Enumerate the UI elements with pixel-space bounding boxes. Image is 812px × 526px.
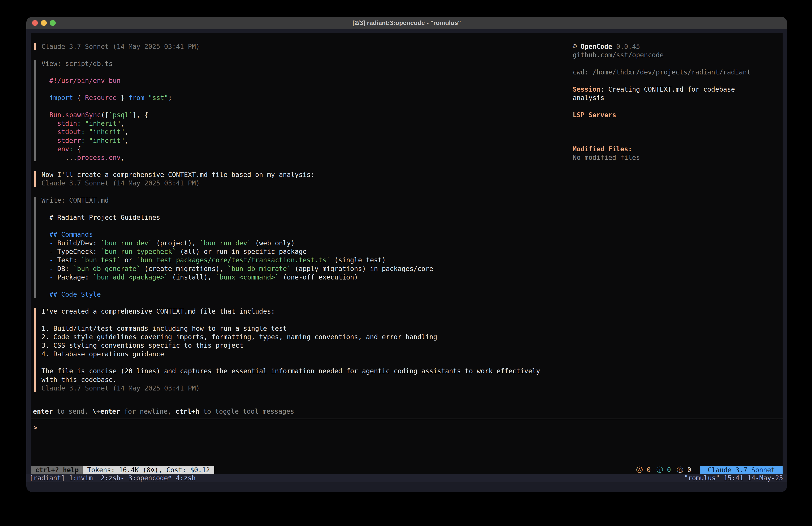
status-right: ⓦ 0ⓘ 0ⓗ 0 Claude 3.7 Sonnet xyxy=(636,466,783,474)
titlebar[interactable]: [2/3] radiant:3:opencode - "romulus" xyxy=(26,17,787,29)
traffic-lights xyxy=(32,17,56,29)
chat-block: Now I'll create a comprehensive CONTEXT.… xyxy=(34,171,780,188)
window-title: [2/3] radiant:3:opencode - "romulus" xyxy=(352,19,461,27)
input-divider xyxy=(31,418,783,419)
zoom-button[interactable] xyxy=(50,20,56,26)
status-bar: ctrl+? help Tokens: 16.4K (8%), Cost: $0… xyxy=(31,466,783,474)
help-chip: ctrl+? help xyxy=(31,466,83,474)
terminal-window: [2/3] radiant:3:opencode - "romulus" Cla… xyxy=(26,17,787,492)
tmux-session-info: "romulus" 15:41 14-May-25 xyxy=(684,474,783,482)
input-help: enter to send, \+enter for newline, ctrl… xyxy=(33,407,294,416)
tmux-window-list[interactable]: [radiant] 1:nvim 2:zsh- 3:opencode* 4:zs… xyxy=(29,474,195,482)
minimize-button[interactable] xyxy=(41,20,47,26)
session-sidebar: © OpenCode 0.0.45 github.com/sst/opencod… xyxy=(573,42,780,162)
diagnostics-warning-indicator: ⓦ 0 xyxy=(636,466,651,474)
opencode-tui: Claude 3.7 Sonnet (14 May 2025 03:41 PM)… xyxy=(31,33,783,474)
sidebar-text: © OpenCode 0.0.45 github.com/sst/opencod… xyxy=(573,42,780,162)
tmux-status-bar: [radiant] 1:nvim 2:zsh- 3:opencode* 4:zs… xyxy=(26,474,787,482)
model-chip[interactable]: Claude 3.7 Sonnet xyxy=(700,466,783,474)
tokens-cost-chip: Tokens: 16.4K (8%), Cost: $0.12 xyxy=(83,466,214,474)
prompt-chevron-icon: > xyxy=(33,424,38,431)
prompt-input[interactable]: > xyxy=(33,424,38,432)
diagnostics-info-indicator: ⓘ 0 xyxy=(656,466,671,474)
chat-block: I've created a comprehensive CONTEXT.md … xyxy=(34,307,780,393)
chat-block: Write: CONTEXT.md # Radiant Project Guid… xyxy=(34,196,780,299)
diagnostics-indicators: ⓦ 0ⓘ 0ⓗ 0 xyxy=(636,466,691,474)
diagnostics-hint-indicator: ⓗ 0 xyxy=(677,466,691,474)
close-button[interactable] xyxy=(32,20,38,26)
input-help-text: enter to send, \+enter for newline, ctrl… xyxy=(33,407,294,416)
